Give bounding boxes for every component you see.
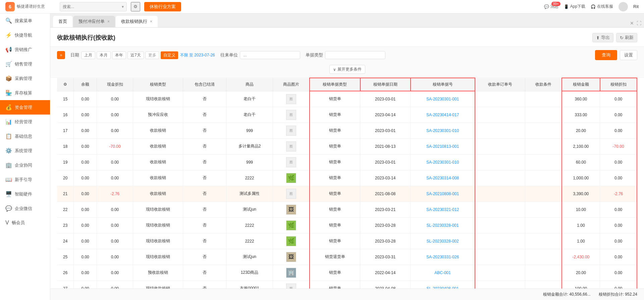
sidebar-item-marketing[interactable]: 📢 营销推广 xyxy=(0,42,50,57)
cell-cancel-type: 收款核销 xyxy=(133,154,183,170)
cancel-bill-no-link[interactable]: SA-20210808-001 xyxy=(426,191,459,196)
bill-type-label: 单据类型 xyxy=(306,52,323,58)
sidebar-item-member[interactable]: V 畅会员 xyxy=(0,216,50,230)
tab-prepay-label: 预付冲应付单 xyxy=(78,18,105,25)
app-icon: 📱 xyxy=(564,4,569,9)
sidebar-item-system[interactable]: ⚙️ 系统管理 xyxy=(0,143,50,158)
cancel-bill-no-link[interactable]: SA-20230414-017 xyxy=(426,113,459,117)
search-input[interactable] xyxy=(63,4,120,9)
date-custom-btn[interactable]: 自定义 xyxy=(161,51,178,59)
cell-cancel-bill-no: SA-20230301-001 xyxy=(411,91,475,107)
date-more-btn[interactable]: 更多 xyxy=(145,51,159,59)
cancel-bill-no-link[interactable]: SA-20230301-010 xyxy=(426,128,459,133)
from-unit-label: 往来单位 xyxy=(220,52,238,58)
sidebar-item-guide[interactable]: 📖 新手引导 xyxy=(0,172,50,187)
filter-toggle-btn[interactable]: » xyxy=(57,51,65,59)
cell-cancel-discount: 0.00 xyxy=(600,107,637,123)
cell-include-settled: 否 xyxy=(183,233,226,249)
refresh-btn[interactable]: ↻ 刷新 xyxy=(616,33,637,42)
th-settings[interactable]: ⚙ xyxy=(57,78,74,91)
filter-from-unit-group: 往来单位 xyxy=(220,51,300,59)
cancel-bill-no-link[interactable]: SA-20230301-010 xyxy=(426,160,459,165)
sidebar-item-basic[interactable]: 📋 基础信息 xyxy=(0,129,50,143)
sidebar-item-search[interactable]: 🔍 搜索菜单 xyxy=(0,13,50,28)
cell-cancel-bill-type: 销货单 xyxy=(310,154,360,170)
cell-cancel-amount: 1.00 xyxy=(562,233,600,249)
sidebar-item-operations[interactable]: 📊 经营管理 xyxy=(0,115,50,129)
cell-product: 衣服00001 xyxy=(226,281,273,289)
cancel-bill-no-link[interactable]: SA-20230301-001 xyxy=(426,97,459,101)
cell-cancel-bill-date: 2023-03-28 xyxy=(360,233,411,249)
tab-close-all-btn[interactable]: ✕ xyxy=(630,20,634,26)
from-unit-input[interactable] xyxy=(240,51,300,59)
industry-btn[interactable]: 休验行业方案 xyxy=(144,2,181,11)
settings-icon[interactable]: ⚙ xyxy=(131,2,140,11)
bill-type-select[interactable] xyxy=(325,51,385,59)
tab-home[interactable]: 首页 xyxy=(53,16,72,27)
setting-btn[interactable]: 设置 xyxy=(620,50,637,60)
sidebar-item-quick-nav[interactable]: ⚡ 快捷导航 xyxy=(0,28,50,42)
cell-receipt-order-no xyxy=(475,202,525,217)
cell-receipt-order-no xyxy=(475,249,525,265)
cell-product-img: 🏢 xyxy=(273,265,310,281)
tab-receipt-cancel-close[interactable]: × xyxy=(150,19,152,24)
cancel-bill-no-link[interactable]: SA-20230321-012 xyxy=(426,207,459,212)
tab-prepay-close[interactable]: × xyxy=(107,19,110,24)
global-search[interactable]: ▾ xyxy=(60,2,127,11)
user-avatar[interactable] xyxy=(619,2,628,11)
sidebar-item-hardware[interactable]: 🖥️ 智能硬件 xyxy=(0,187,50,201)
export-icon: ⬆ xyxy=(596,35,600,40)
export-label: 导出 xyxy=(601,35,610,41)
tab-receipt-cancel[interactable]: 收款核销执行 × xyxy=(116,16,158,27)
app-download-btn[interactable]: 📱 App下载 xyxy=(564,4,585,9)
date-last-month-btn[interactable]: 上月 xyxy=(81,51,95,59)
sidebar-item-purchase[interactable]: 📦 采购管理 xyxy=(0,71,50,86)
cancel-bill-no-link[interactable]: SL-20230328-001 xyxy=(427,223,459,228)
cell-product-img: 图 xyxy=(273,107,310,123)
tab-expand-btn[interactable]: ⛶ xyxy=(637,20,641,26)
date-this-month-btn[interactable]: 本月 xyxy=(97,51,111,59)
corp-icon: 🏢 xyxy=(5,162,12,168)
export-btn[interactable]: ⬆ 导出 xyxy=(592,33,613,42)
cancel-bill-no-link[interactable]: SA-20210813-001 xyxy=(426,144,459,149)
date-this-year-btn[interactable]: 本年 xyxy=(112,51,126,59)
cancel-bill-no-link[interactable]: ABC-001 xyxy=(434,270,451,275)
cancel-bill-no-link[interactable]: SA-20230331-026 xyxy=(426,255,459,259)
date-7days-btn[interactable]: 近7天 xyxy=(127,51,144,59)
cancel-bill-no-link[interactable]: SA-20230314-008 xyxy=(426,176,459,180)
sidebar-item-inventory[interactable]: 🏪 库存核算 xyxy=(0,86,50,100)
table-container[interactable]: ⚙ 余额 现金折扣 核销类型 包含已结清 商品 商品图片 核销单据类型 核销单据… xyxy=(50,78,644,289)
online-service-btn[interactable]: 🎧 在线客服 xyxy=(591,4,613,9)
cell-num: 26 xyxy=(57,265,74,281)
cancel-bill-no-link[interactable]: SL-20230408-001 xyxy=(427,286,459,289)
th-cancel-type: 核销类型 xyxy=(133,78,183,91)
cell-num: 25 xyxy=(57,249,74,265)
sidebar-item-finance[interactable]: 💰 资金管理 xyxy=(0,100,50,115)
cell-cancel-type: 收款核销 xyxy=(133,186,183,202)
table-row: 22 0.00 0.00 现结收款核销 否 测试jun 🖼 销货单 2023-0… xyxy=(57,202,637,217)
cell-num: 18 xyxy=(57,138,74,154)
th-include-settled: 包含已结清 xyxy=(183,78,226,91)
cell-balance: 0.00 xyxy=(74,123,97,138)
system-icon: ⚙️ xyxy=(5,147,12,154)
cancel-bill-no-link[interactable]: SL-20230328-002 xyxy=(427,239,459,244)
table-row: 19 0.00 0.00 收款核销 否 999 图 销货单 2023-03-01… xyxy=(57,154,637,170)
sidebar-item-wechat[interactable]: 💬 企业微信 xyxy=(0,201,50,216)
th-cancel-discount: 核销折扣 xyxy=(600,78,637,91)
sidebar-item-sales[interactable]: 🛒 销售管理 xyxy=(0,57,50,71)
cell-receipt-condition xyxy=(525,170,561,186)
tab-prepay[interactable]: 预付冲应付单 × xyxy=(73,16,115,27)
cell-receipt-condition xyxy=(525,281,561,289)
cell-cancel-amount: 3,390.00 xyxy=(562,186,600,202)
cell-cancel-type: 现结收款核销 xyxy=(133,281,183,289)
expand-conditions-btn[interactable]: ∨ 展开更多条件 xyxy=(329,65,365,74)
cell-cancel-bill-no: SL-20230408-001 xyxy=(411,281,475,289)
cell-cancel-amount: 20.00 xyxy=(562,265,600,281)
cell-cancel-bill-date: 2022-04-14 xyxy=(360,265,411,281)
message-btn[interactable]: 💬 消息 99+ xyxy=(544,4,558,9)
cell-cancel-bill-type: 销货单 xyxy=(310,186,360,202)
search-btn[interactable]: 查询 xyxy=(595,50,617,60)
cell-include-settled: 否 xyxy=(183,217,226,233)
sidebar-item-corp[interactable]: 🏢 企业协同 xyxy=(0,158,50,172)
cell-cancel-bill-date: 2023-04-14 xyxy=(360,107,411,123)
